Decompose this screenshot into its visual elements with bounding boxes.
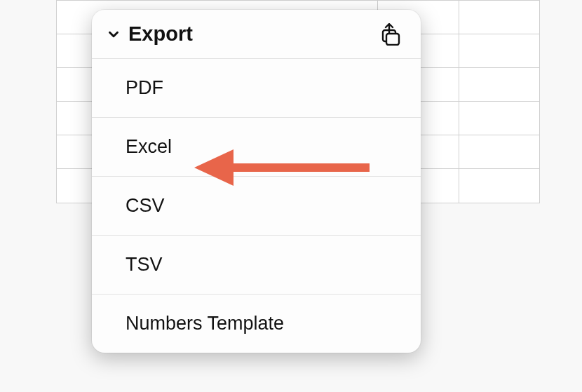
export-item-excel[interactable]: Excel xyxy=(92,118,421,177)
export-item-label: TSV xyxy=(126,254,163,275)
export-title: Export xyxy=(128,22,380,46)
export-item-label: Numbers Template xyxy=(126,313,284,334)
export-popup: Export PDF Excel CSV TSV Numbers Templat… xyxy=(92,10,421,353)
export-item-pdf[interactable]: PDF xyxy=(92,59,421,118)
export-item-label: CSV xyxy=(126,195,165,216)
export-item-label: PDF xyxy=(126,77,163,98)
export-item-label: Excel xyxy=(126,136,172,157)
export-item-csv[interactable]: CSV xyxy=(92,177,421,236)
export-item-numbers-template[interactable]: Numbers Template xyxy=(92,295,421,353)
export-item-tsv[interactable]: TSV xyxy=(92,236,421,295)
svg-rect-1 xyxy=(386,34,399,45)
share-icon[interactable] xyxy=(380,23,402,46)
chevron-down-icon xyxy=(104,25,123,43)
export-header[interactable]: Export xyxy=(92,10,421,59)
